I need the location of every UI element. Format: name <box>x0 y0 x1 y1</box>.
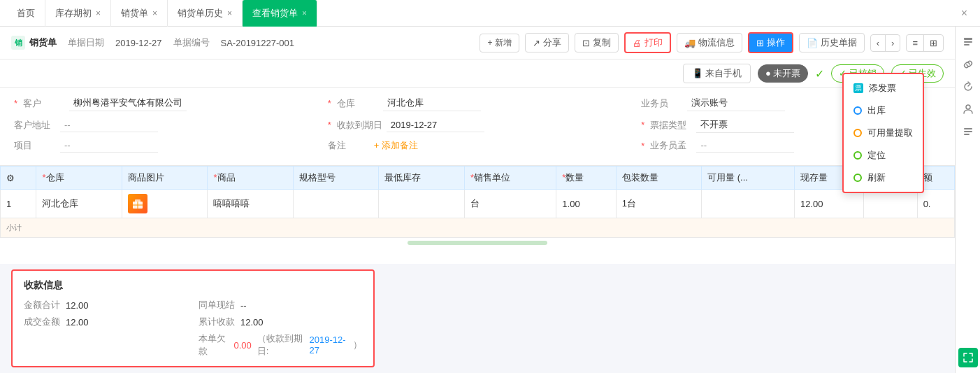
bill-type-required: * <box>641 120 644 130</box>
sidebar-icon-user[interactable] <box>958 99 978 119</box>
accumulated-label: 累计收款 <box>199 316 235 328</box>
row-no: 1 <box>1 190 36 218</box>
tab-sales-order[interactable]: 销货单 × <box>111 0 168 27</box>
operation-label: 操作 <box>767 36 785 49</box>
warehouse-label: 仓库 <box>337 97 379 110</box>
copy-button[interactable]: ⊡ 复制 <box>575 33 619 52</box>
locate-icon <box>853 151 862 160</box>
bill-type-value[interactable]: 不开票 <box>696 117 794 133</box>
grid-view-button[interactable]: ⊞ <box>924 35 943 51</box>
share-button[interactable]: ↗ 分享 <box>525 33 569 52</box>
history-icon: 📄 <box>807 38 818 48</box>
list-view-button[interactable]: ≡ <box>907 35 924 51</box>
subtotal-row: 小计 <box>1 218 955 238</box>
tab-sales-close[interactable]: × <box>152 8 157 18</box>
transaction-label: 成交金额 <box>24 316 60 328</box>
from-phone-button[interactable]: 📱 来自手机 <box>683 64 751 83</box>
operation-button[interactable]: ⊞ 操作 <box>748 32 793 53</box>
expand-button[interactable] <box>958 348 978 367</box>
note-field: 备注 + 添加备注 <box>328 139 628 152</box>
history-label: 历史单据 <box>821 36 857 49</box>
tab-home[interactable]: 首页 <box>7 0 45 27</box>
row-available <box>702 190 795 218</box>
transaction-value: 12.00 <box>66 317 89 328</box>
warehouse-value[interactable]: 河北仓库 <box>383 95 481 111</box>
tab-sales-history[interactable]: 销货单历史 × <box>168 0 243 27</box>
tab-view-sales-label: 查看销货单 <box>252 7 298 20</box>
same-order-value: -- <box>240 300 247 311</box>
col-settings[interactable]: ⚙ <box>1 167 36 190</box>
dropdown-outbound[interactable]: 出库 <box>844 99 923 122</box>
current-owed-row: 本单欠款 0.00 （收款到期日: 2019-12-27 ） <box>199 332 362 358</box>
add-button[interactable]: + 新增 <box>480 34 519 52</box>
available-qty-label: 可用量提取 <box>867 127 913 139</box>
product-image <box>128 194 147 213</box>
tab-inventory-close[interactable]: × <box>96 8 101 18</box>
number-value: SA-20191227-001 <box>221 38 295 48</box>
doc-header: 销 销货单 单据日期 2019-12-27 单据编号 SA-20191227-0… <box>0 27 955 59</box>
col-min-stock: 最低库存 <box>379 167 464 190</box>
dropdown-locate[interactable]: 定位 <box>844 144 923 167</box>
dropdown-add-invoice[interactable]: 票 添发票 <box>844 77 923 99</box>
dropdown-refresh[interactable]: 刷新 <box>844 167 923 189</box>
operation-icon: ⊞ <box>756 38 764 48</box>
right-sidebar <box>955 27 980 373</box>
table-wrapper: ⚙ *仓库 商品图片 *商品 规格型号 最低库存 *销售单位 *数量 包装数量 … <box>0 166 955 264</box>
tab-inventory-init[interactable]: 库存期初 × <box>45 0 111 27</box>
address-label: 客户地址 <box>14 119 56 132</box>
svg-rect-9 <box>964 131 972 132</box>
due-date-value[interactable]: 2019-12-27 <box>387 118 484 132</box>
project-label: 项目 <box>14 139 56 152</box>
logistics-button[interactable]: 🚚 物流信息 <box>677 33 742 52</box>
view-toggle: ≡ ⊞ <box>906 34 944 52</box>
sidebar-icon-edit[interactable] <box>958 32 978 52</box>
add-note-button[interactable]: + 添加备注 <box>374 139 418 152</box>
svg-rect-4 <box>964 38 972 40</box>
customer-value[interactable]: 柳州粤港平安气体有限公司 <box>69 95 187 111</box>
tab-view-sales[interactable]: 查看销货单 × <box>243 0 317 27</box>
print-button[interactable]: 🖨 打印 <box>624 32 671 53</box>
customer-required: * <box>14 98 17 108</box>
close-all-button[interactable]: × <box>956 7 973 20</box>
salesperson2-value: -- <box>696 139 794 153</box>
logistics-label: 物流信息 <box>698 36 735 49</box>
copy-label: 复制 <box>593 36 611 49</box>
salesperson-label: 业务员 <box>641 97 683 110</box>
svg-point-7 <box>966 105 970 109</box>
tab-view-sales-close[interactable]: × <box>302 8 307 18</box>
accumulated-value: 12.00 <box>240 317 264 328</box>
current-owed-value: 0.00 <box>234 340 252 351</box>
scroll-bar[interactable] <box>408 241 547 245</box>
not-open-button[interactable]: ● 未开票 <box>758 64 808 83</box>
bill-type-label: 票据类型 <box>650 119 692 132</box>
warehouse-field: * 仓库 河北仓库 <box>328 95 628 111</box>
prev-button[interactable]: ‹ <box>871 35 886 51</box>
next-button[interactable]: › <box>886 35 900 51</box>
doc-type-icon: 销 <box>11 36 25 50</box>
row-product-img <box>122 190 207 218</box>
history-button[interactable]: 📄 历史单据 <box>799 33 865 52</box>
salesperson-value: 演示账号 <box>687 95 785 111</box>
add-invoice-label: 添发票 <box>869 82 896 94</box>
svg-rect-10 <box>964 134 970 135</box>
sidebar-icon-list[interactable] <box>958 122 978 141</box>
address-field: 客户地址 -- <box>14 118 314 132</box>
date-label: 单据日期 <box>68 36 104 49</box>
payment-info: 收款信息 金额合计 12.00 同单现结 -- 成交金额 12.00 <box>11 269 375 367</box>
col-product-img: 商品图片 <box>122 167 207 190</box>
sidebar-icon-link[interactable] <box>958 55 978 74</box>
address-value: -- <box>60 118 158 132</box>
dropdown-available-qty[interactable]: 可用量提取 <box>844 122 923 144</box>
outbound-label: 出库 <box>867 104 886 117</box>
tab-sales-history-close[interactable]: × <box>227 8 232 18</box>
sidebar-icon-refresh[interactable] <box>958 77 978 97</box>
col-quantity: *数量 <box>556 167 616 190</box>
row-min-stock <box>379 190 464 218</box>
add-note-plus: + 添加备注 <box>374 139 418 152</box>
customer-label: 客户 <box>23 97 65 110</box>
copy-icon: ⊡ <box>582 38 590 48</box>
refresh-icon <box>853 174 862 182</box>
tab-sales-history-label: 销货单历史 <box>178 7 223 20</box>
share-icon: ↗ <box>533 38 540 48</box>
nav-arrows: ‹ › <box>870 34 901 52</box>
